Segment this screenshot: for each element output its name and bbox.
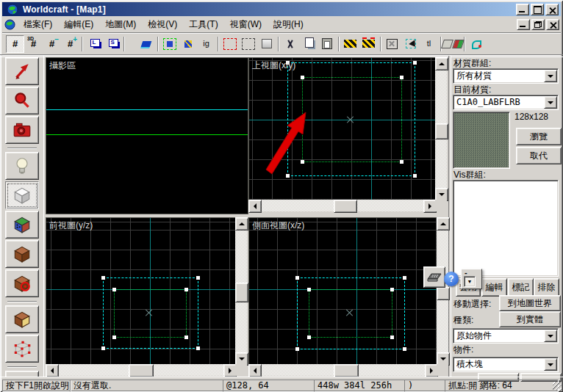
resize-handle[interactable] xyxy=(101,346,105,350)
map-operations-button[interactable] xyxy=(137,35,155,53)
resize-handle[interactable] xyxy=(184,335,188,339)
selection-tool-button[interactable] xyxy=(5,57,39,85)
top-viewport[interactable]: 上視圖(x/y) xyxy=(248,57,437,201)
scroll-thumb[interactable] xyxy=(437,287,450,300)
scroll-thumb[interactable] xyxy=(129,364,154,377)
resize-handle[interactable] xyxy=(307,288,311,291)
chevron-down-icon[interactable] xyxy=(544,330,557,342)
zoom-tool-button[interactable] xyxy=(5,87,39,115)
paste-button[interactable] xyxy=(318,35,336,53)
resize-handle[interactable] xyxy=(390,288,394,291)
select-pointer-button[interactable] xyxy=(401,35,420,53)
visgroup-edit-button[interactable]: 編輯 xyxy=(481,278,507,297)
minimize-button[interactable] xyxy=(516,4,529,15)
texture-group-combobox[interactable]: 所有材質 xyxy=(453,68,559,84)
resize-handle[interactable] xyxy=(196,276,200,280)
resize-handle[interactable] xyxy=(403,276,406,280)
cut-button[interactable] xyxy=(281,35,299,53)
scroll-up-button[interactable] xyxy=(435,57,448,70)
resize-grip[interactable] xyxy=(553,382,562,391)
mdi-close-button[interactable] xyxy=(546,19,559,30)
replace-button[interactable]: 取代 xyxy=(516,147,562,164)
resize-handle[interactable] xyxy=(184,288,188,291)
resize-handle[interactable] xyxy=(301,76,304,79)
resize-handle[interactable] xyxy=(400,76,404,79)
to-entity-button[interactable]: 到實體 xyxy=(499,311,561,327)
scroll-left-button[interactable] xyxy=(248,200,262,213)
grid-toggle-button[interactable] xyxy=(6,35,24,53)
scroll-thumb[interactable] xyxy=(235,283,248,302)
scroll-thumb[interactable] xyxy=(435,123,448,139)
visgroup-mark-button[interactable]: 標記 xyxy=(508,278,534,297)
resize-handle[interactable] xyxy=(101,276,105,280)
grid-3d-button[interactable] xyxy=(24,35,43,53)
apply-decal-tool-button[interactable] xyxy=(5,240,39,268)
block-tool-button[interactable] xyxy=(5,181,39,209)
scroll-up-button[interactable] xyxy=(437,217,450,231)
map-document-icon[interactable] xyxy=(4,19,16,31)
close-button[interactable] xyxy=(545,4,559,15)
scroll-left-button[interactable] xyxy=(46,364,59,377)
side-viewport[interactable]: 側面視圖(x/z) xyxy=(248,217,438,366)
to-world-button[interactable]: 到地圖世界 xyxy=(499,295,561,311)
group-button[interactable] xyxy=(160,35,179,53)
resize-handle[interactable] xyxy=(403,347,406,351)
category-combobox[interactable]: 原始物件 xyxy=(453,328,559,344)
menu-view[interactable]: 檢視(V) xyxy=(142,16,183,33)
select-box-button[interactable] xyxy=(383,35,401,53)
vertex-tool-button[interactable] xyxy=(5,335,39,363)
browse-button[interactable]: 瀏覽 xyxy=(516,128,562,145)
scroll-thumb[interactable] xyxy=(334,364,359,377)
menu-window[interactable]: 視窗(W) xyxy=(224,16,268,33)
chevron-down-icon[interactable] xyxy=(544,358,557,371)
object-combobox[interactable]: 積木塊 xyxy=(453,357,559,372)
resize-handle[interactable] xyxy=(112,288,116,291)
menu-tools[interactable]: 工具(T) xyxy=(183,16,223,33)
maximize-button[interactable] xyxy=(531,4,544,15)
texture-target-tool-button[interactable] xyxy=(5,269,39,297)
current-texture-combobox[interactable]: C1A0_LABFLRB xyxy=(453,95,559,110)
resize-handle[interactable] xyxy=(295,347,299,351)
scroll-left-button[interactable] xyxy=(248,364,262,377)
scroll-up-button[interactable] xyxy=(235,217,248,231)
show-all-button[interactable] xyxy=(257,35,276,53)
keyboard-overlay-button[interactable] xyxy=(423,266,445,288)
cascade-large-button[interactable] xyxy=(85,35,103,53)
cordon-button[interactable] xyxy=(341,35,359,53)
mdi-restore-button[interactable] xyxy=(531,19,545,30)
mini-popup[interactable]: - ▼ xyxy=(461,269,482,289)
resize-handle[interactable] xyxy=(307,335,311,339)
resize-handle[interactable] xyxy=(390,335,394,339)
copy-button[interactable] xyxy=(299,35,318,53)
help-icon[interactable]: ? xyxy=(444,272,459,286)
resize-handle[interactable] xyxy=(400,160,404,164)
resize-handle[interactable] xyxy=(295,276,299,280)
resize-handle[interactable] xyxy=(413,61,417,65)
popup-dropdown-arrow[interactable]: ▼ xyxy=(464,276,476,287)
scroll-thumb[interactable] xyxy=(334,200,357,213)
hide-selected-button[interactable] xyxy=(220,35,239,53)
grid-smaller-button[interactable] xyxy=(43,35,61,53)
chevron-down-icon[interactable] xyxy=(544,96,557,109)
menu-map[interactable]: 地圖(M) xyxy=(99,16,142,33)
ignore-groups-button[interactable]: ig xyxy=(197,35,215,53)
ungroup-button[interactable] xyxy=(179,35,197,53)
face-texture-tool-button[interactable] xyxy=(5,305,39,333)
resize-handle[interactable] xyxy=(112,335,116,339)
grid-larger-button[interactable] xyxy=(61,35,79,53)
menu-help[interactable]: 說明(H) xyxy=(268,16,309,33)
mdi-minimize-button[interactable] xyxy=(517,19,530,30)
hide-unselected-button[interactable] xyxy=(239,35,257,53)
menu-file[interactable]: 檔案(F) xyxy=(18,16,58,33)
chevron-down-icon[interactable] xyxy=(544,70,557,82)
visgroup-listbox[interactable] xyxy=(453,180,559,277)
apply-texture-tool-button[interactable] xyxy=(5,211,39,239)
resize-handle[interactable] xyxy=(196,346,200,350)
entity-tool-button[interactable] xyxy=(5,152,39,180)
menu-edit[interactable]: 編輯(E) xyxy=(58,16,99,33)
front-viewport[interactable]: 前視圖(y/z) xyxy=(46,217,237,366)
resize-handle[interactable] xyxy=(413,174,417,178)
morph-button[interactable] xyxy=(467,35,485,53)
carve-button[interactable] xyxy=(443,35,462,53)
cascade-small-button[interactable] xyxy=(103,35,121,53)
